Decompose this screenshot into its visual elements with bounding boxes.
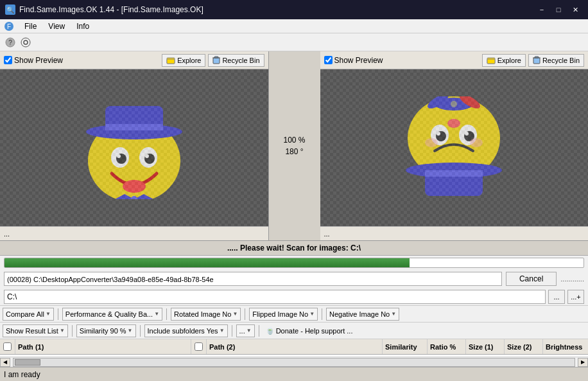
- sep2: [166, 308, 167, 320]
- right-preview-checkbox[interactable]: [324, 56, 333, 64]
- path-input[interactable]: [4, 290, 546, 304]
- more-options-label: ...: [239, 327, 245, 335]
- close-button[interactable]: ✕: [567, 3, 583, 16]
- path-add-btn[interactable]: ...+: [567, 290, 584, 304]
- minimize-button[interactable]: −: [534, 3, 549, 16]
- rsep4: [259, 325, 259, 337]
- compare-all-arrow: ▼: [46, 311, 51, 317]
- menu-file[interactable]: File: [19, 21, 42, 32]
- right-explore-btn[interactable]: Explore: [482, 54, 526, 67]
- menu-info[interactable]: Info: [71, 21, 94, 32]
- scroll-right-btn[interactable]: ▶: [578, 358, 588, 367]
- col-check2[interactable]: [191, 339, 207, 354]
- right-panel-toolbar: Show Preview Explore Recycle Bin: [320, 51, 589, 69]
- similarity-label: Similarity 90 %: [80, 327, 126, 335]
- flipped-image-label: Flipped Image No: [252, 310, 308, 318]
- menu-app-icon[interactable]: F: [3, 20, 15, 33]
- compare-all-dropdown[interactable]: Compare All ▼: [3, 308, 54, 321]
- scroll-thumb[interactable]: [15, 359, 40, 366]
- rsep3: [232, 325, 232, 337]
- svg-point-5: [21, 38, 30, 47]
- scan-status-text: ..... Please wait! Scan for images: C:\: [0, 241, 588, 256]
- show-result-label: Show Result List: [6, 327, 58, 335]
- left-canvas: [0, 69, 268, 226]
- cancel-button[interactable]: Cancel: [506, 272, 557, 286]
- col-path2-header[interactable]: Path (2): [207, 339, 383, 354]
- right-panel-footer: ...: [320, 226, 589, 240]
- status-text: I am ready: [4, 370, 40, 379]
- sep3: [245, 308, 245, 320]
- include-subfolders-dropdown[interactable]: Include subfolders Yes ▼: [144, 324, 228, 337]
- right-recycle-btn[interactable]: Recycle Bin: [528, 54, 584, 67]
- negative-image-dropdown[interactable]: Negative Image No ▼: [326, 308, 399, 321]
- col-check1[interactable]: [0, 339, 15, 354]
- more-options-dropdown[interactable]: ... ▼: [236, 324, 255, 337]
- left-recycle-btn[interactable]: Recycle Bin: [208, 54, 264, 67]
- col-similarity-label: Similarity: [385, 343, 417, 351]
- svg-text:?: ?: [8, 39, 12, 46]
- left-preview-checkbox[interactable]: [4, 56, 12, 64]
- flipped-image-dropdown[interactable]: Flipped Image No ▼: [249, 308, 318, 321]
- path-browse-btn[interactable]: ...: [548, 290, 565, 304]
- toolbar-help-btn[interactable]: ?: [3, 35, 18, 49]
- zoom-level: 100 %: [283, 136, 305, 145]
- svg-rect-24: [487, 59, 495, 64]
- col-ratio-label: Ratio %: [430, 343, 456, 351]
- col-similarity-header[interactable]: Similarity: [383, 339, 428, 354]
- svg-rect-25: [533, 58, 540, 64]
- h-scrollbar[interactable]: ◀ ▶: [0, 357, 588, 367]
- performance-quality-dropdown[interactable]: Performance & Quality Ba... ▼: [62, 308, 162, 321]
- left-show-preview-check[interactable]: Show Preview: [4, 56, 63, 65]
- scroll-left-btn[interactable]: ◀: [0, 358, 10, 367]
- select-all-checkbox2[interactable]: [195, 342, 203, 351]
- col-brightness-header[interactable]: Brightness: [543, 339, 588, 354]
- preview-area: Show Preview Explore Recycle Bin: [0, 51, 588, 241]
- col-path1-header[interactable]: Path (1): [15, 339, 191, 354]
- progress-bar-row: [0, 256, 588, 270]
- show-result-list-dropdown[interactable]: Show Result List ▼: [3, 324, 68, 337]
- maximize-button[interactable]: □: [551, 3, 566, 16]
- left-preview-label: Show Preview: [14, 56, 63, 65]
- toolbar-settings-btn[interactable]: [18, 35, 33, 49]
- col-size1-header[interactable]: Size (1): [466, 339, 505, 354]
- menu-view[interactable]: View: [43, 21, 70, 32]
- right-explore-label: Explore: [497, 57, 521, 64]
- col-size2-label: Size (2): [507, 343, 532, 351]
- table-container: Path (1) Path (2) Similarity Ratio % Siz…: [0, 339, 588, 357]
- performance-quality-arrow: ▼: [154, 311, 159, 317]
- col-brightness-label: Brightness: [546, 343, 582, 351]
- left-recycle-label: Recycle Bin: [222, 57, 259, 64]
- right-recycle-label: Recycle Bin: [542, 57, 580, 64]
- rotated-image-dropdown[interactable]: Rotated Image No ▼: [171, 308, 241, 321]
- compare-all-label: Compare All: [6, 310, 44, 318]
- sep1: [58, 308, 58, 320]
- select-all-checkbox[interactable]: [3, 342, 12, 351]
- file-path-display: (00028) C:\DesktopAppConverter\3a949a08-…: [4, 272, 502, 286]
- result-dropdown-bar: Show Result List ▼ Similarity 90 % ▼ Inc…: [0, 323, 588, 339]
- donate-btn[interactable]: 🍵 Donate - Help support ...: [263, 324, 356, 337]
- right-show-preview-check[interactable]: Show Preview: [324, 56, 383, 65]
- similarity-dropdown[interactable]: Similarity 90 % ▼: [76, 324, 136, 337]
- svg-rect-8: [213, 58, 220, 64]
- left-explore-btn[interactable]: Explore: [162, 54, 205, 67]
- similarity-arrow: ▼: [128, 328, 133, 333]
- col-path2-label: Path (2): [209, 343, 235, 351]
- left-footer-text: ...: [4, 230, 10, 238]
- col-size2-header[interactable]: Size (2): [505, 339, 543, 354]
- title-bar: 🔍 Find.Same.Images.OK 1.44 - [Find.Same.…: [0, 0, 588, 19]
- progress-bar-bg: [4, 258, 584, 268]
- left-panel-toolbar: Show Preview Explore Recycle Bin: [0, 51, 268, 69]
- scroll-track[interactable]: [13, 358, 575, 367]
- left-explore-label: Explore: [177, 57, 201, 64]
- negative-image-arrow: ▼: [391, 311, 396, 317]
- filter-dropdown-bar: Compare All ▼ Performance & Quality Ba..…: [0, 306, 588, 323]
- right-panel: Show Preview Explore Recycle Bin: [320, 51, 589, 240]
- table-header: Path (1) Path (2) Similarity Ratio % Siz…: [0, 339, 588, 355]
- rotation-info: 180 °: [285, 147, 303, 156]
- dots-text: ............: [560, 275, 584, 283]
- left-panel: Show Preview Explore Recycle Bin: [0, 51, 269, 240]
- center-info: 100 % 180 °: [269, 51, 320, 240]
- negative-image-label: Negative Image No: [329, 310, 390, 318]
- col-ratio-header[interactable]: Ratio %: [428, 339, 466, 354]
- title-text: Find.Same.Images.OK 1.44 - [Find.Same.Im…: [19, 5, 203, 14]
